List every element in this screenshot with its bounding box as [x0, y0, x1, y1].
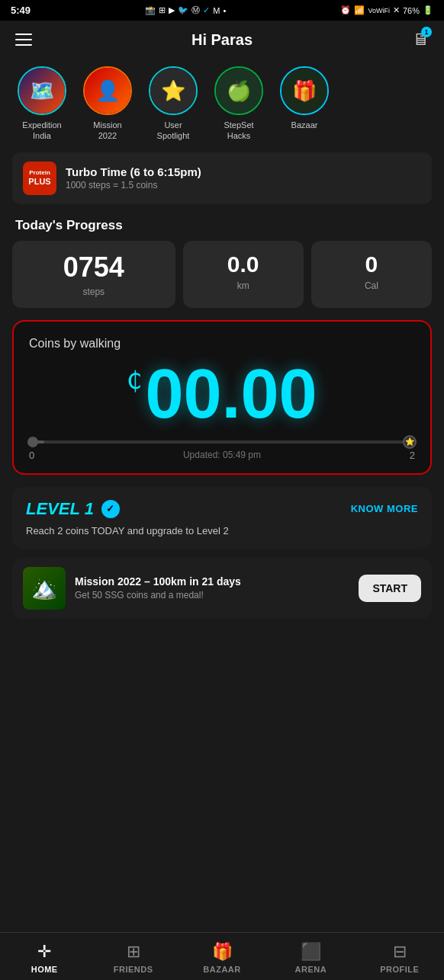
banner-title: Turbo Time (6 to 6:15pm) — [66, 165, 201, 178]
banner-logo: ProteinPLUS — [23, 162, 56, 195]
progress-labels: 0 Updated: 05:49 pm 2 — [29, 450, 415, 461]
top-nav: Hi Paras 🖥 1 — [0, 21, 444, 59]
progress-dot-start — [27, 437, 38, 447]
progress-bar-track: ⭐ — [29, 440, 415, 444]
story-item-stepset[interactable]: 🍏 StepSetHacks — [212, 66, 265, 142]
story-circle-mission: 👤 — [83, 66, 132, 115]
steps-value: 0754 — [20, 251, 168, 283]
mission-title: Mission 2022 – 100km in 21 days — [75, 575, 349, 588]
notification-badge: 1 — [421, 27, 432, 37]
nav-item-bazaar[interactable]: 🎁 BAZAAR — [178, 939, 266, 977]
story-item-spotlight[interactable]: ⭐ UserSpotlight — [146, 66, 200, 142]
story-label-expedition: ExpeditionIndia — [22, 120, 61, 142]
cal-value: 0 — [319, 251, 424, 277]
status-time: 5:49 — [11, 5, 31, 16]
coins-section: Coins by walking ₵ 00.00 ⭐ 0 Updated: 05… — [12, 320, 432, 475]
nav-label-home: HOME — [31, 965, 58, 974]
arena-icon: ⬛ — [301, 942, 321, 962]
steps-card: 0754 steps — [12, 241, 175, 308]
level-badge: LEVEL 1 — [26, 499, 94, 519]
status-right: ⏰ 📶 VoWiFi ✕ 76% 🔋 — [340, 5, 433, 15]
coins-display: ₵ 00.00 — [29, 360, 415, 428]
coins-title: Coins by walking — [29, 337, 415, 351]
story-label-stepset: StepSetHacks — [224, 120, 253, 142]
nav-item-friends[interactable]: ⊞ FRIENDS — [88, 939, 177, 977]
nav-item-home[interactable]: ✛ HOME — [0, 939, 88, 977]
coin-value: 00.00 — [145, 360, 317, 428]
battery-level: 76% — [403, 6, 420, 15]
story-label-mission: Mission2022 — [93, 120, 121, 142]
steps-label: steps — [20, 287, 168, 297]
page-title: Hi Paras — [191, 31, 253, 49]
home-icon: ✛ — [37, 942, 51, 962]
progress-dot-end: ⭐ — [403, 435, 417, 449]
story-circle-expedition: 🗺️ — [18, 66, 66, 115]
coin-symbol: ₵ — [127, 366, 142, 395]
progress-max: 2 — [410, 450, 415, 461]
progress-updated: Updated: 05:49 pm — [183, 450, 261, 460]
profile-icon: ⊟ — [393, 942, 407, 962]
banner-text: Turbo Time (6 to 6:15pm) 1000 steps = 1.… — [66, 165, 201, 191]
mission-banner[interactable]: 🏔️ Mission 2022 – 100km in 21 days Get 5… — [12, 558, 432, 619]
story-item-expedition[interactable]: 🗺️ ExpeditionIndia — [15, 66, 69, 142]
mission-subtitle: Get 50 SSG coins and a medal! — [75, 590, 349, 600]
level-description: Reach 2 coins TODAY and upgrade to Level… — [26, 525, 418, 536]
km-card: 0.0 km — [183, 241, 304, 308]
nav-item-profile[interactable]: ⊟ PROFILE — [356, 939, 444, 977]
promo-banner[interactable]: ProteinPLUS Turbo Time (6 to 6:15pm) 100… — [12, 152, 432, 204]
bazaar-icon: 🎁 — [212, 942, 233, 962]
coins-progress: ⭐ 0 Updated: 05:49 pm 2 — [29, 440, 415, 461]
story-label-spotlight: UserSpotlight — [157, 120, 190, 142]
friends-icon: ⊞ — [127, 942, 140, 962]
km-value: 0.0 — [191, 251, 296, 277]
mission-info: Mission 2022 – 100km in 21 days Get 50 S… — [75, 575, 349, 600]
level-check-icon: ✓ — [101, 500, 120, 518]
status-icons: 📸 ⊞ ▶ 🐦 Ⓜ ✓ M • — [145, 5, 226, 16]
status-bar: 5:49 📸 ⊞ ▶ 🐦 Ⓜ ✓ M • ⏰ 📶 VoWiFi ✕ 76% 🔋 — [0, 0, 444, 21]
stories-row: 🗺️ ExpeditionIndia 👤 Mission2022 ⭐ UserS… — [0, 59, 444, 152]
cal-card: 0 Cal — [311, 241, 432, 308]
level-header: LEVEL 1 ✓ KNOW MORE — [26, 499, 418, 519]
km-label: km — [191, 280, 296, 291]
progress-min: 0 — [29, 450, 34, 461]
bottom-nav: ✛ HOME ⊞ FRIENDS 🎁 BAZAAR ⬛ ARENA ⊟ PROF… — [0, 932, 444, 980]
story-circle-spotlight: ⭐ — [149, 66, 198, 115]
progress-section-title: Today's Progress — [0, 204, 444, 241]
cal-label: Cal — [319, 280, 424, 291]
level-section: LEVEL 1 ✓ KNOW MORE Reach 2 coins TODAY … — [12, 487, 432, 549]
story-circle-stepset: 🍏 — [214, 66, 263, 115]
banner-subtitle: 1000 steps = 1.5 coins — [66, 180, 201, 191]
story-circle-bazaar: 🎁 — [280, 66, 329, 115]
progress-cards: 0754 steps 0.0 km 0 Cal — [0, 241, 444, 308]
story-item-bazaar[interactable]: 🎁 Bazaar — [278, 66, 331, 142]
notification-button[interactable]: 🖥 1 — [412, 30, 429, 50]
mission-thumbnail: 🏔️ — [23, 567, 66, 610]
know-more-button[interactable]: KNOW MORE — [351, 503, 418, 514]
story-item-mission[interactable]: 👤 Mission2022 — [81, 66, 134, 142]
story-label-bazaar: Bazaar — [291, 120, 318, 130]
nav-label-bazaar: BAZAAR — [203, 965, 240, 974]
nav-item-arena[interactable]: ⬛ ARENA — [266, 939, 355, 977]
nav-label-arena: ARENA — [295, 965, 327, 974]
menu-button[interactable] — [15, 34, 32, 46]
nav-label-profile: PROFILE — [380, 965, 419, 974]
start-button[interactable]: START — [359, 575, 421, 602]
nav-label-friends: FRIENDS — [114, 965, 153, 974]
